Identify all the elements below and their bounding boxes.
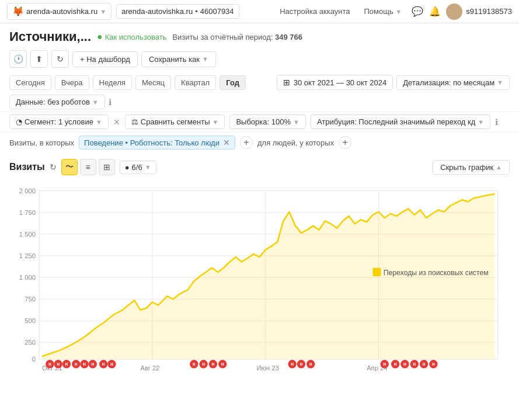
filter-tag-behavior: Поведение • Роботность: Только люди ✕ (79, 136, 235, 150)
notifications-icon[interactable]: 🔔 (429, 5, 441, 18)
segment-row: ◔ Сегмент: 1 условие ▼ ✕ ⚖ Сравнить сегм… (0, 112, 519, 132)
svg-text:н: н (65, 362, 68, 367)
username-label: s9119138573 (466, 7, 512, 16)
data-row: Данные: без роботов ▼ ℹ (0, 92, 519, 112)
add-people-filter-btn[interactable]: + (339, 136, 351, 149)
svg-text:250: 250 (25, 339, 36, 346)
chart-header: Визиты ↻ 〜 ≡ ⊞ ● 6/6 ▼ Скрыть график ▲ (0, 153, 519, 179)
user-menu[interactable]: s9119138573 (446, 4, 512, 20)
filter-people-label: для людей, у которых (257, 138, 334, 147)
filter-tag-close-btn[interactable]: ✕ (223, 138, 230, 147)
svg-text:1 500: 1 500 (19, 231, 36, 238)
segment-conditions-btn[interactable]: ◔ Сегмент: 1 условие ▼ (9, 114, 109, 129)
hide-chart-btn[interactable]: Скрыть график ▲ (433, 160, 510, 175)
chart-area: 2 000 1 750 1 500 1 250 1 000 750 500 25… (9, 179, 510, 377)
chart-refresh-icon[interactable]: ↻ (50, 162, 57, 172)
site-selector-1[interactable]: 🦊 arenda-autovishka.ru ▼ (7, 3, 112, 20)
visits-count-label: Визиты за отчётный период: 349 766 (172, 33, 302, 41)
svg-rect-24 (372, 268, 381, 276)
svg-text:н: н (193, 362, 196, 367)
svg-text:н: н (394, 362, 397, 367)
date-controls: Сегодня Вчера Неделя Месяц Квартал Год ⊞… (0, 72, 519, 92)
messages-icon[interactable]: 💬 (411, 5, 424, 18)
refresh-icon-btn[interactable]: ↻ (51, 50, 69, 68)
site-selector-2[interactable]: arenda-autovishka.ru • 46007934 (116, 4, 239, 19)
chart-tools: 〜 ≡ ⊞ (61, 159, 115, 175)
table-chart-btn[interactable]: ⊞ (99, 159, 115, 175)
period-quarter[interactable]: Квартал (175, 75, 216, 90)
site1-label: arenda-autovishka.ru (26, 7, 97, 16)
svg-text:н: н (211, 362, 214, 367)
page-header: Источники,... ● Как использовать Визиты … (0, 23, 519, 72)
filter-label: Визиты, в которых (9, 138, 74, 147)
help-link[interactable]: Помощь ▼ (359, 7, 406, 16)
svg-text:2 000: 2 000 (19, 188, 36, 195)
svg-text:н: н (48, 362, 51, 367)
detail-selector[interactable]: Детализация: по месяцам ▼ (396, 75, 510, 90)
svg-text:1 750: 1 750 (19, 209, 36, 216)
svg-text:н: н (221, 362, 224, 367)
how-to-use-link[interactable]: ● Как использовать (97, 32, 166, 42)
svg-text:н: н (75, 362, 78, 367)
svg-text:н: н (291, 362, 294, 367)
svg-text:н: н (423, 362, 426, 367)
svg-text:Июн 23: Июн 23 (256, 365, 278, 372)
avatar (446, 4, 462, 20)
top-navigation: 🦊 arenda-autovishka.ru ▼ arenda-autovish… (0, 0, 519, 23)
period-yesterday[interactable]: Вчера (55, 75, 89, 90)
svg-text:н: н (432, 362, 435, 367)
svg-text:1 250: 1 250 (19, 252, 36, 259)
period-week[interactable]: Неделя (93, 75, 132, 90)
bar-chart-btn[interactable]: ≡ (80, 159, 96, 175)
site-id-label: 46007934 (200, 7, 234, 16)
clock-icon-btn[interactable]: 🕐 (9, 50, 27, 68)
svg-text:н: н (110, 362, 113, 367)
svg-text:1 000: 1 000 (19, 274, 36, 281)
add-filter-btn[interactable]: + (240, 136, 253, 149)
svg-text:н: н (57, 362, 60, 367)
page-title: Источники,... (9, 29, 91, 44)
svg-text:н: н (309, 362, 312, 367)
svg-text:н: н (383, 362, 386, 367)
svg-text:Авг 22: Авг 22 (140, 365, 159, 372)
site2-label: arenda-autovishka.ru (121, 7, 193, 16)
data-robots-btn[interactable]: Данные: без роботов ▼ (9, 95, 105, 109)
period-year[interactable]: Год (220, 75, 246, 90)
svg-text:н: н (83, 362, 86, 367)
period-today[interactable]: Сегодня (9, 75, 51, 90)
add-to-dashboard-btn[interactable]: + На дашборд (72, 51, 138, 67)
data-info-icon[interactable]: ℹ (109, 98, 112, 107)
svg-text:750: 750 (25, 296, 36, 303)
svg-text:н: н (202, 362, 205, 367)
settings-link[interactable]: Настройка аккаунта (275, 7, 354, 16)
filter-row: Визиты, в которых Поведение • Роботность… (0, 132, 519, 153)
sample-btn[interactable]: Выборка: 100% ▼ (229, 114, 306, 129)
share-icon-btn[interactable]: ⬆ (30, 50, 48, 68)
svg-text:н: н (413, 362, 416, 367)
svg-text:н: н (102, 362, 105, 367)
svg-text:500: 500 (25, 317, 36, 324)
svg-text:н: н (91, 362, 94, 367)
attribution-btn[interactable]: Атрибуция: Последний значимый переход кд… (311, 114, 490, 129)
chart-svg: 2 000 1 750 1 500 1 250 1 000 750 500 25… (9, 179, 510, 377)
svg-text:Переходы из поисковых систем: Переходы из поисковых систем (384, 269, 489, 277)
line-chart-btn[interactable]: 〜 (61, 159, 78, 175)
compare-segments-btn[interactable]: ⚖ Сравнить сегменты ▼ (125, 114, 225, 129)
attribution-info-icon[interactable]: ℹ (495, 117, 498, 127)
svg-text:0: 0 (32, 356, 36, 363)
svg-text:н: н (299, 362, 302, 367)
period-month[interactable]: Месяц (135, 75, 171, 90)
svg-text:н: н (403, 362, 406, 367)
header-actions: 🕐 ⬆ ↻ + На дашборд Сохранить как ▼ (9, 50, 216, 68)
save-as-btn[interactable]: Сохранить как ▼ (141, 51, 216, 67)
series-count-btn[interactable]: ● 6/6 ▼ (120, 161, 156, 174)
segment-close-btn[interactable]: ✕ (113, 117, 120, 127)
chart-title: Визиты (9, 162, 45, 172)
date-range-picker[interactable]: ⊞ 30 окт 2021 — 30 окт 2024 (277, 75, 393, 90)
